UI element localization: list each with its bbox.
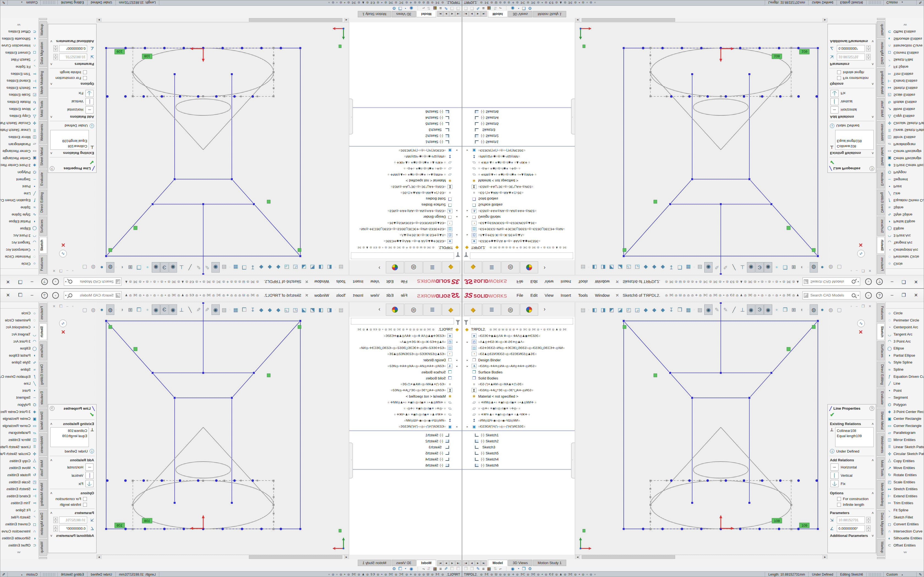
- toolbar-icon[interactable]: ◆: [641, 262, 650, 272]
- tree-item[interactable]: ▸ ★ ○ЄƧЗЄ✛◉♟◎ΛА Ф○◎○ ФАΛ◎♟◉✛ЄЗƧЄ○: [349, 238, 462, 244]
- tree-item[interactable]: ▸ ≡ ○ЄƧ◦⋂✳♟АМ○◎○МА♟✳⋂◦ƧЄ○: [462, 190, 575, 196]
- sketch-tool-button[interactable]: ∿ Style Spline: [885, 211, 924, 218]
- graphics-viewport[interactable]: 108 109: [97, 22, 349, 275]
- tree-item[interactable]: ▸ ▣ ○ЄƧЗЄИ⋂Ч⋂◦○◎○◦⋂Ч⋂ИЄЗƧЄ○: [462, 148, 575, 153]
- toolbar-icon[interactable]: ⊞: [126, 305, 134, 315]
- toolbar-icon[interactable]: ✎: [721, 262, 730, 272]
- scroll-right-icon[interactable]: ▶: [822, 555, 827, 559]
- commandmanager-tab[interactable]: Mesh Modeling: [877, 480, 885, 509]
- tree-item[interactable]: ▸ ◔ ○ЄƧ♟◎ЄƧИЗЄЄƧ○◎○ЄƧЗЄИЄƧ◎♟ƧЄ○: [349, 220, 462, 226]
- relations-listbox[interactable]: Collinear108 Equal length109: [50, 130, 89, 150]
- sketch-tool-button[interactable]: ┄ Segment: [885, 394, 924, 401]
- ink-toolbar-icon[interactable]: ❐: [470, 566, 473, 571]
- toolbar-icon[interactable]: ❒: [781, 305, 789, 315]
- tree-item[interactable]: ▸ ✱ Material < not specified >: [462, 393, 575, 399]
- scroll-left-icon[interactable]: ◀: [575, 18, 580, 22]
- toolbar-icon[interactable]: ▫: [772, 305, 781, 315]
- commandmanager-tab[interactable]: Markup: [877, 539, 885, 556]
- sketch-tool-button[interactable]: ◈ 3 Point Center Recta...: [885, 162, 924, 169]
- toolbar-icon[interactable]: ◍: [827, 305, 835, 315]
- ink-toolbar-icon[interactable]: ✎: [444, 6, 448, 11]
- restore-button[interactable]: ❐: [14, 291, 26, 299]
- sketch-tool-button[interactable]: ⧊ Copy Entities: [885, 113, 924, 120]
- sketch-tool-button[interactable]: ⊢ Extend Entities: [885, 77, 924, 85]
- toolbar-icon[interactable]: ⊥: [738, 305, 746, 315]
- panel-help-icon[interactable]: ?: [50, 166, 55, 171]
- search-dropdown-icon[interactable]: ▾: [65, 280, 68, 283]
- document-tab[interactable]: 3D Views: [392, 11, 416, 17]
- status-tool-icon[interactable]: ✎: [0, 0, 8, 5]
- sketch-canvas[interactable]: 108 109: [97, 302, 349, 555]
- additional-parameters-header[interactable]: Additional Parameters ˅: [48, 533, 96, 538]
- commandmanager-tab[interactable]: Markup: [39, 21, 47, 38]
- toolbar-icon[interactable]: ▦: [684, 305, 693, 315]
- commandmanager-tab[interactable]: Mold Tools: [39, 98, 47, 120]
- ink-toolbar-icon[interactable]: ✎: [476, 566, 480, 571]
- sketch-tool-button[interactable]: ↗ Move Entities: [885, 105, 924, 113]
- commandmanager-tab[interactable]: Features: [39, 255, 47, 274]
- units-dropdown[interactable]: Custom ▴: [8, 0, 41, 5]
- pin-icon[interactable]: ✛: [614, 279, 620, 285]
- sketch-tool-button[interactable]: ◐ Silhouette Entities: [0, 35, 39, 42]
- menu-item[interactable]: Window: [592, 292, 612, 299]
- featuremanager-tab[interactable]: [520, 304, 538, 316]
- tree-item[interactable]: ▸ ◔ ○ЄƧ♟◎ЄƧИЗЄЄƧ○◎○ЄƧЗЄИЄƧ◎♟ƧЄ○: [462, 351, 575, 357]
- sketch-tool-button[interactable]: ▱ Parallelogram: [885, 141, 924, 148]
- sketch-tool-button[interactable]: ↗ Move Entities: [885, 464, 924, 472]
- ink-toolbar-icon[interactable]: ▦: [487, 6, 491, 11]
- scroll-left-icon[interactable]: ◀: [575, 555, 580, 559]
- scroll-left-icon[interactable]: ◀: [344, 18, 349, 22]
- tree-item[interactable]: ▸ A ○ЄƧИ◎◦✛А✛◎ИА○◎○АИ◎✛А✛◦◎ИЄƧ○: [349, 208, 462, 214]
- toolbar-icon[interactable]: ❒: [240, 305, 248, 315]
- units-dropdown[interactable]: Custom ▴: [883, 572, 916, 577]
- document-tab[interactable]: Model: [416, 560, 436, 566]
- relation-button[interactable]: ⚓: [86, 480, 94, 487]
- angle-input[interactable]: [59, 525, 87, 532]
- collapse-icon[interactable]: ˄: [50, 82, 52, 86]
- sketch-tool-button[interactable]: ◯ Ellipse: [0, 345, 39, 352]
- additional-parameters-header[interactable]: Additional Parameters ˅: [48, 39, 96, 44]
- commandmanager-tab[interactable]: Weldments: [877, 433, 885, 456]
- ink-toolbar-icon[interactable]: ⌐: [499, 566, 502, 571]
- dimension-108[interactable]: 108: [774, 519, 780, 523]
- search-dropdown-icon[interactable]: ▾: [856, 280, 859, 283]
- sketch-tool-button[interactable]: ⌬ Polygon: [0, 401, 39, 408]
- sketch-tool-button[interactable]: ▭ Corner Rectangle: [0, 148, 39, 155]
- sketch-tree-item[interactable]: (-) Sketch6: [349, 109, 462, 115]
- parameters-header[interactable]: Parameters ˄: [48, 510, 96, 516]
- toolbar-icon[interactable]: ◧: [590, 262, 599, 272]
- user-account-icon[interactable]: ◦: [865, 292, 872, 299]
- sketch-tool-button[interactable]: ◜ Sketch Fillet: [0, 514, 39, 521]
- minimize-button[interactable]: –: [27, 278, 37, 286]
- close-button[interactable]: ✕: [2, 278, 14, 286]
- status-tool-icon[interactable]: ✎: [916, 0, 924, 5]
- restore-button[interactable]: ❐: [14, 278, 26, 286]
- length-spinner[interactable]: ▴▾: [866, 54, 871, 60]
- doc-window-control-icon[interactable]: ▫: [72, 268, 73, 273]
- search-input[interactable]: [73, 279, 114, 284]
- angle-spinner[interactable]: ▴▾: [53, 525, 58, 532]
- toolbar-icon[interactable]: ◪: [616, 305, 624, 315]
- toolbar-icon[interactable]: ◧: [325, 305, 334, 315]
- document-tab[interactable]: Model: [488, 11, 508, 17]
- angle-input[interactable]: [837, 45, 865, 52]
- tab-nav-icon[interactable]: |◀: [463, 560, 468, 566]
- sketch-tree-item[interactable]: (-) Sketch6: [462, 109, 575, 115]
- sketch-tool-button[interactable]: ◟ Fit Spline: [885, 507, 924, 514]
- commandmanager-tab[interactable]: Mesh Modeling: [877, 68, 885, 97]
- tree-item[interactable]: ▸ ★ ○ЄƧЗЄ✛◉♟◎ΛА Ф○◎○ ФАΛ◎♟◉✛ЄЗƧЄ○: [462, 238, 575, 244]
- toolbar-icon[interactable]: ◉: [212, 305, 220, 315]
- menu-item[interactable]: Insert: [558, 292, 574, 299]
- sketch-tree-item[interactable]: (-) Sketch6: [462, 462, 575, 468]
- tab-nav-icon[interactable]: |◀: [456, 560, 461, 566]
- restore-button[interactable]: ❐: [898, 278, 910, 286]
- toolbar-icon[interactable]: ◉: [152, 262, 160, 272]
- sketch-tool-button[interactable]: ╱ Line: [885, 380, 924, 387]
- sketch-tool-button[interactable]: ◔ Centerpoint Arc: [885, 324, 924, 331]
- toolbar-icon[interactable]: ❒: [676, 305, 684, 315]
- toolbar-icon[interactable]: ◉: [704, 305, 712, 315]
- toolbar-icon[interactable]: ◆: [266, 262, 274, 272]
- rollback-bar-end[interactable]: [349, 469, 462, 470]
- featuremanager-tab[interactable]: [520, 261, 538, 274]
- toolbar-icon[interactable]: ⊞: [790, 305, 798, 315]
